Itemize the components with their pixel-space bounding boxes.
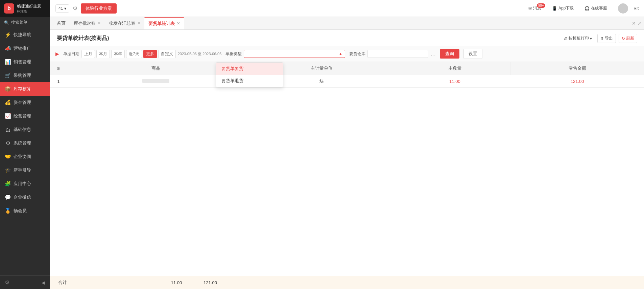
tab-home[interactable]: 首页 <box>53 17 70 29</box>
col-amount-header: 零售金额 <box>511 62 644 75</box>
footer-amount: 121.00 <box>197 280 224 285</box>
logo-badge: 标准版 <box>17 9 41 14</box>
close-window-icon[interactable]: ✕ <box>632 21 636 26</box>
table-row: 1 块 11.00 121.00 <box>50 75 644 88</box>
inventory-icon: 📦 <box>5 86 11 92</box>
print-label: 按模板打印 <box>569 36 589 41</box>
tabbar: 首页 库存批次账 ✕ 收发存汇总表 ✕ 要货单统计表 ✕ ✕ ⤢ <box>50 17 644 30</box>
sidebar-item-guide[interactable]: 🎓 新手引导 <box>0 163 50 177</box>
date-filter-group: 单据日期 上月 本月 本年 近7天 更多 自定义 2023-05-06 至 20… <box>63 50 221 58</box>
type-input-wrapper: ▲ <box>244 50 345 58</box>
search-icon: 🔍 <box>4 20 9 25</box>
sidebar-item-apps[interactable]: 🧩 应用中心 <box>0 177 50 191</box>
table-footer: 合计 11.00 121.00 <box>50 276 644 289</box>
dropdown-item-tuihuo[interactable]: 要货单退货 <box>216 75 283 87</box>
sidebar-item-operations[interactable]: 📈 经营管理 <box>0 109 50 123</box>
app-download-label: App下载 <box>558 5 574 11</box>
date-btn-custom[interactable]: 自定义 <box>158 50 176 58</box>
nav-label: 系统管理 <box>14 140 31 146</box>
expand-icon[interactable]: ⤢ <box>637 21 641 26</box>
type-filter-label: 单据类型 <box>225 51 242 57</box>
type-dropdown-arrow[interactable]: ▲ <box>338 51 342 56</box>
company-selector[interactable]: 41 ▾ <box>55 4 69 13</box>
refresh-label: 刷新 <box>626 36 634 41</box>
sidebar-nav: ⚡ 快捷导航 📣 营销推广 📊 销售管理 🛒 采购管理 📦 库存核算 💰 资金管… <box>0 28 50 275</box>
search-label: 搜索菜单 <box>11 20 27 25</box>
warehouse-more-icon[interactable]: … <box>430 51 436 57</box>
print-btn[interactable]: 🖨 按模板打印 ▾ <box>561 34 595 43</box>
filter-bar: ▶ 单据日期 上月 本月 本年 近7天 更多 自定义 2023-05-06 至 … <box>50 46 644 62</box>
settings-gear-icon[interactable]: ⚙ <box>73 5 77 12</box>
operations-icon: 📈 <box>5 113 11 119</box>
apps-icon: 🧩 <box>5 181 11 187</box>
sidebar-item-system[interactable]: ⚙ 系统管理 <box>0 136 50 150</box>
sidebar-logo: b 畅捷通好生意 标准版 <box>0 0 50 17</box>
warehouse-filter-input[interactable] <box>367 50 428 58</box>
page-header: 要货单统计表(按商品) 🖨 按模板打印 ▾ ⬆ 导出 ↻ 刷新 <box>50 30 644 46</box>
tab-batch-close[interactable]: ✕ <box>98 21 101 25</box>
sidebar-item-member[interactable]: 🏅 畅会员 <box>0 204 50 218</box>
warehouse-filter-label: 要货仓库 <box>349 51 365 57</box>
sidebar-item-basics[interactable]: 🗂 基础信息 <box>0 123 50 136</box>
type-filter-input[interactable] <box>244 50 345 58</box>
sidebar-item-inventory[interactable]: 📦 库存核算 <box>0 82 50 96</box>
row-index: 1 <box>50 75 67 88</box>
sidebar-item-collab[interactable]: 🤝 企业协同 <box>0 150 50 163</box>
print-icon: 🖨 <box>564 36 568 41</box>
tab-requisition[interactable]: 要货单统计表 ✕ <box>144 17 184 29</box>
col-settings-header[interactable]: ⚙ <box>50 62 67 75</box>
query-btn[interactable]: 查询 <box>440 49 459 59</box>
topbar-left: 41 ▾ ⚙ 体验行业方案 <box>55 3 117 14</box>
topbar: 41 ▾ ⚙ 体验行业方案 ✉ 消息 99+ 📱 App下载 🎧 在线客服 Ri… <box>50 0 644 17</box>
search-menu-item[interactable]: 🔍 搜索菜单 <box>0 17 50 28</box>
message-icon: ✉ <box>528 6 532 11</box>
app-download-btn[interactable]: 📱 App下载 <box>552 5 574 11</box>
tab-requisition-close[interactable]: ✕ <box>177 21 180 26</box>
basics-icon: 🗂 <box>5 127 11 133</box>
user-avatar[interactable] <box>618 3 628 14</box>
trial-btn[interactable]: 体验行业方案 <box>81 3 117 14</box>
filter-expand-icon[interactable]: ▶ <box>55 51 59 57</box>
nav-label: 畅会员 <box>14 208 27 214</box>
date-btn-thismonth[interactable]: 本月 <box>96 50 110 58</box>
date-btn-group: 上月 本月 本年 近7天 更多 自定义 <box>81 50 176 58</box>
sidebar-item-quick[interactable]: ⚡ 快捷导航 <box>0 28 50 42</box>
date-btn-thisyear[interactable]: 本年 <box>111 50 125 58</box>
purchase-icon: 🛒 <box>5 72 11 79</box>
online-service-btn[interactable]: 🎧 在线客服 <box>585 5 607 11</box>
message-badge: 99+ <box>537 3 545 8</box>
date-btn-lastmonth[interactable]: 上月 <box>81 50 95 58</box>
date-filter-label: 单据日期 <box>63 51 79 57</box>
sidebar-item-purchase[interactable]: 🛒 采购管理 <box>0 69 50 82</box>
col-settings-icon[interactable]: ⚙ <box>56 66 61 71</box>
date-btn-7days[interactable]: 近7天 <box>126 50 142 58</box>
online-service-label: 在线客服 <box>591 5 607 11</box>
tab-batch[interactable]: 库存批次账 ✕ <box>70 17 105 29</box>
nav-label: 资金管理 <box>14 99 31 106</box>
logo-icon: b <box>4 3 14 14</box>
tab-collect[interactable]: 收发存汇总表 ✕ <box>105 17 144 29</box>
filter-settings-btn[interactable]: 设置 <box>463 49 482 59</box>
date-btn-more[interactable]: 更多 <box>143 50 157 58</box>
company-label: 41 <box>58 6 63 11</box>
sidebar-item-marketing[interactable]: 📣 营销推广 <box>0 42 50 55</box>
nav-label: 营销推广 <box>14 45 31 51</box>
tab-collect-close[interactable]: ✕ <box>137 21 140 25</box>
sidebar-bottom: ⚙ ◀ <box>0 275 50 289</box>
type-filter-group: 单据类型 ▲ <box>225 50 345 58</box>
tab-batch-label: 库存批次账 <box>74 20 96 26</box>
sidebar-item-finance[interactable]: 💰 资金管理 <box>0 96 50 109</box>
nav-label: 应用中心 <box>14 181 31 187</box>
sidebar-item-sales[interactable]: 📊 销售管理 <box>0 55 50 69</box>
topbar-right: ✉ 消息 99+ 📱 App下载 🎧 在线客服 Rit <box>528 3 639 14</box>
refresh-btn[interactable]: ↻ 刷新 <box>619 34 637 43</box>
tab-resize-btns[interactable]: ✕ ⤢ <box>632 21 641 26</box>
sidebar-collapse-btn[interactable]: ◀ <box>42 280 45 285</box>
export-btn[interactable]: ⬆ 导出 <box>597 34 616 43</box>
message-btn[interactable]: ✉ 消息 99+ <box>528 5 541 11</box>
nav-label: 企业协同 <box>14 154 31 160</box>
settings-icon[interactable]: ⚙ <box>5 279 9 286</box>
sidebar-item-wechat[interactable]: 💬 企业微信 <box>0 191 50 204</box>
dropdown-item-yaohuo[interactable]: 要货单要货 <box>216 63 283 75</box>
export-icon: ⬆ <box>600 36 604 41</box>
